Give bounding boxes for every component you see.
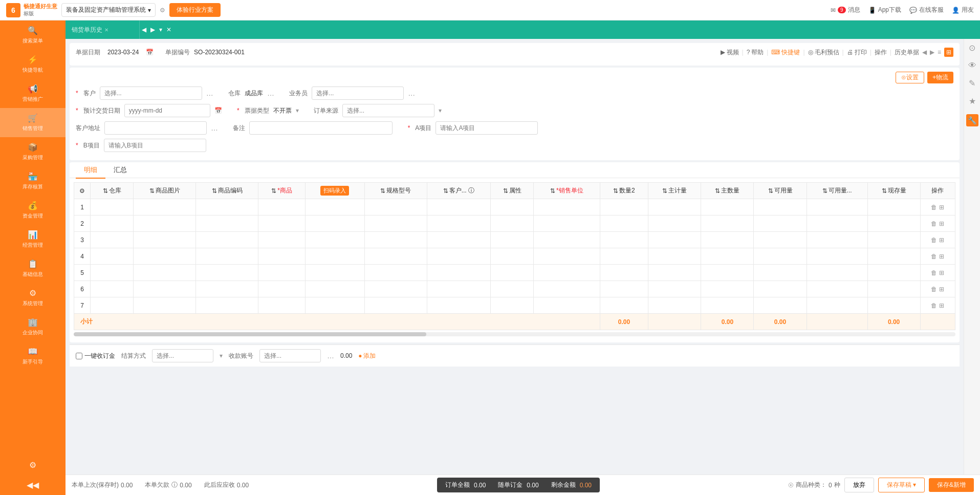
sidebar-item-inventory[interactable]: 🏪库存核算: [0, 166, 66, 196]
address-input[interactable]: [104, 121, 207, 135]
sidebar-item-basic[interactable]: 📋基础信息: [0, 254, 66, 283]
sidebar-item-settings[interactable]: ⚙: [0, 455, 66, 475]
ticket-dropdown[interactable]: ▾: [296, 107, 299, 114]
right-icon-3[interactable]: ✎: [969, 78, 975, 88]
save-btn[interactable]: 保存&新增: [929, 478, 974, 492]
tab-prev[interactable]: ◀: [140, 26, 148, 33]
project-b-input[interactable]: [104, 139, 206, 152]
grid-view[interactable]: ⊞: [944, 48, 953, 57]
sidebar-item-quicknav[interactable]: ⚡快捷导航: [0, 50, 66, 79]
tab-detail[interactable]: 明细: [76, 162, 105, 179]
customer-input[interactable]: [100, 87, 202, 100]
row-cell-4-3: [196, 248, 258, 265]
profit-btn[interactable]: ◎ 毛利预估: [808, 48, 839, 57]
row-copy-4[interactable]: ⊞: [939, 253, 944, 260]
tab-close-all[interactable]: ✕: [164, 26, 173, 33]
row-delete-6[interactable]: 🗑: [931, 286, 937, 293]
system-dropdown[interactable]: 装备及固定资产辅助管理系统 ▾: [61, 3, 156, 17]
right-icon-4[interactable]: ★: [969, 96, 976, 106]
sidebar-collapse[interactable]: ◀◀: [0, 475, 66, 495]
row-delete-1[interactable]: 🗑: [931, 204, 937, 211]
app-download[interactable]: 📱 App下载: [868, 6, 901, 14]
user-menu[interactable]: 👤 用友: [952, 6, 974, 14]
account-ellipsis[interactable]: …: [327, 352, 334, 360]
sidebar-item-enterprise[interactable]: 🏢企业协同: [0, 312, 66, 341]
sidebar-item-finance[interactable]: 💰资金管理: [0, 196, 66, 225]
products-count: 0: [829, 482, 832, 489]
print-btn[interactable]: 🖨 打印: [847, 48, 867, 57]
warehouse-ellipsis[interactable]: …: [267, 89, 274, 97]
help-btn[interactable]: ? 帮助: [747, 48, 764, 57]
order-source-dropdown[interactable]: ▾: [439, 107, 442, 114]
draft-btn[interactable]: 保存草稿 ▾: [878, 478, 925, 492]
sidebar-item-operations[interactable]: 📊经营管理: [0, 225, 66, 254]
quick-settle-checkbox[interactable]: [76, 353, 82, 359]
account-input[interactable]: [259, 349, 321, 362]
th-scan[interactable]: 扫码录入: [305, 183, 364, 199]
order-source-input[interactable]: [342, 104, 434, 117]
row-delete-4[interactable]: 🗑: [931, 253, 937, 260]
scan-btn[interactable]: 扫码录入: [320, 186, 349, 196]
address-ellipsis[interactable]: …: [211, 124, 218, 132]
tab-menu[interactable]: ▾: [157, 26, 164, 33]
online-service[interactable]: 💬 在线客服: [909, 6, 944, 14]
salesman-ellipsis[interactable]: …: [408, 89, 415, 97]
row-delete-3[interactable]: 🗑: [931, 236, 937, 244]
delivery-calendar-icon[interactable]: 📅: [214, 107, 222, 114]
row-copy-7[interactable]: ⊞: [939, 302, 944, 309]
row-copy-3[interactable]: ⊞: [939, 236, 944, 244]
row-copy-6[interactable]: ⊞: [939, 286, 944, 293]
calendar-icon[interactable]: 📅: [146, 49, 154, 56]
settle-method-input[interactable]: [152, 349, 213, 362]
row-cell-2-8: [491, 216, 534, 232]
settle-dropdown[interactable]: ▾: [220, 352, 223, 359]
sidebar-item-sales[interactable]: 🛒销售管理: [0, 108, 66, 137]
draft-dropdown[interactable]: ▾: [913, 481, 916, 488]
sidebar-item-marketing[interactable]: 📢营销推广: [0, 79, 66, 108]
salesman-input[interactable]: [312, 87, 404, 100]
right-icon-5[interactable]: 🔧: [966, 114, 978, 126]
setup-btn[interactable]: ⊙设置: [896, 72, 924, 83]
right-icon-1[interactable]: ⊙: [969, 43, 975, 53]
tab-returnhist[interactable]: 销货单历史✕: [66, 20, 140, 39]
row-cell-4-9: [534, 248, 600, 265]
basic-icon: 📋: [28, 259, 38, 269]
quick-settle-check[interactable]: 一键收订金: [76, 352, 115, 360]
row-cell-2-4: [258, 216, 305, 232]
table-scrollbar[interactable]: [74, 332, 955, 336]
right-icon-2[interactable]: 👁: [968, 61, 976, 70]
nav-left[interactable]: ◀: [922, 49, 927, 56]
row-delete-7[interactable]: 🗑: [931, 302, 937, 309]
list-view[interactable]: ≡: [938, 49, 941, 56]
discard-btn[interactable]: 放弃: [844, 478, 874, 492]
row-copy-1[interactable]: ⊞: [939, 204, 944, 211]
history-btn[interactable]: 历史单据: [895, 48, 919, 57]
row-copy-2[interactable]: ⊞: [939, 220, 944, 227]
messages-icon-group[interactable]: ✉ 9 消息: [831, 6, 860, 14]
tab-next[interactable]: ▶: [148, 26, 157, 33]
goods-btn[interactable]: +物流: [927, 72, 953, 83]
finance-icon: 💰: [28, 201, 38, 210]
tab-summary[interactable]: 汇总: [105, 162, 135, 178]
row-delete-2[interactable]: 🗑: [931, 220, 937, 227]
sidebar-item-search[interactable]: 🔍搜索菜单: [0, 20, 66, 50]
customer-ellipsis[interactable]: …: [206, 89, 213, 97]
delivery-input[interactable]: [124, 104, 210, 117]
shortcut-btn[interactable]: ⌨ 快捷键: [771, 48, 800, 57]
row-copy-5[interactable]: ⊞: [939, 269, 944, 276]
project-a-input[interactable]: [435, 121, 538, 135]
sidebar-item-purchase[interactable]: 📦采购管理: [0, 137, 66, 166]
operations-btn[interactable]: 操作: [875, 48, 887, 57]
tab-close-returnhist[interactable]: ✕: [104, 27, 108, 33]
row-delete-5[interactable]: 🗑: [931, 269, 937, 276]
settings-icon[interactable]: ⚙: [160, 7, 165, 14]
remark-input[interactable]: [249, 121, 393, 135]
row-cell-2-1: [91, 216, 134, 232]
sidebar-item-system[interactable]: ⚙系统管理: [0, 283, 66, 312]
view-btn[interactable]: ▶ 视频: [721, 48, 739, 57]
industry-btn[interactable]: 体验行业方案: [169, 3, 221, 17]
nav-right[interactable]: ▶: [930, 49, 934, 56]
th-settings[interactable]: ⚙: [74, 183, 91, 199]
sidebar-item-guide[interactable]: 📖新手引导: [0, 341, 66, 371]
add-payment-btn[interactable]: ● 添加: [358, 352, 375, 360]
